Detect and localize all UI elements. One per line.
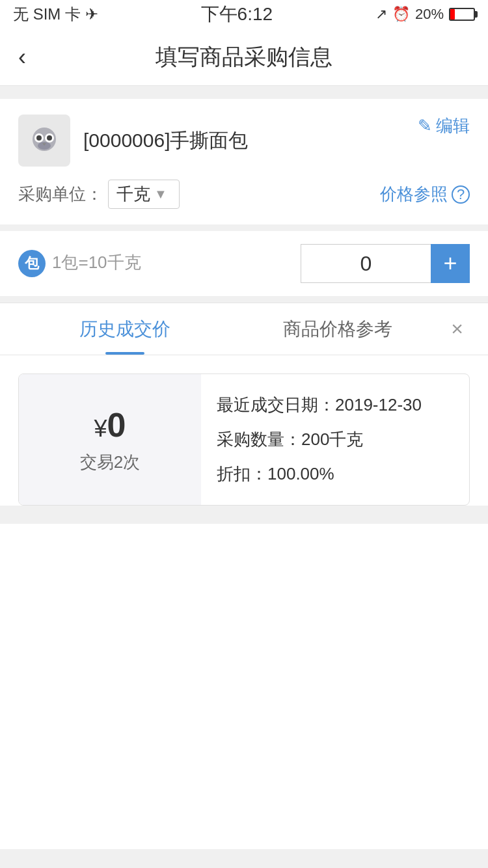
unit-label: 采购单位： xyxy=(18,183,103,206)
discount-value: 100.00% xyxy=(267,464,334,483)
unit-dropdown[interactable]: 千克 ▼ xyxy=(108,180,180,209)
alarm-icon: ⏰ xyxy=(392,6,410,23)
edit-icon: ✎ xyxy=(418,116,432,136)
status-time: 下午6:12 xyxy=(201,2,273,27)
battery-icon xyxy=(449,8,475,21)
battery-percent: 20% xyxy=(415,6,444,23)
product-icon-svg xyxy=(25,121,64,160)
page-title: 填写商品采购信息 xyxy=(156,42,332,72)
discount-row: 折扣：100.00% xyxy=(217,461,454,487)
status-right: ↗ ⏰ 20% xyxy=(375,6,475,23)
currency-symbol: ¥ xyxy=(94,415,107,442)
sim-wifi-label: 无 SIM 卡 ✈ xyxy=(13,4,98,25)
recent-date-label: 最近成交日期： xyxy=(217,395,335,414)
location-icon: ↗ xyxy=(375,6,387,23)
product-thumbnail xyxy=(18,115,70,167)
quantity-input-area: + xyxy=(301,244,470,283)
discount-label: 折扣： xyxy=(217,464,267,483)
recent-date-row: 最近成交日期：2019-12-30 xyxy=(217,392,454,418)
quantity-left: 包 1包=10千克 xyxy=(18,250,141,277)
panel-close-button[interactable]: × xyxy=(444,310,470,347)
bottom-whitespace xyxy=(0,524,488,849)
product-header: [0000006]手撕面包 ✎ 编辑 xyxy=(18,115,470,167)
history-right: 最近成交日期：2019-12-30 采购数量：200千克 折扣：100.00% xyxy=(201,374,469,505)
price-panel: 历史成交价 商品价格参考 × ¥0 交易2次 最近成交日期：2019-12-30… xyxy=(0,303,488,506)
history-card: ¥0 交易2次 最近成交日期：2019-12-30 采购数量：200千克 折扣：… xyxy=(18,373,470,506)
panel-tabs: 历史成交价 商品价格参考 × xyxy=(0,303,488,355)
price-ref-label: 价格参照 xyxy=(380,183,448,206)
unit-value: 千克 xyxy=(116,183,150,206)
history-price: ¥0 xyxy=(94,405,126,444)
price-value: 0 xyxy=(107,406,126,444)
edit-label: 编辑 xyxy=(436,115,470,137)
purchase-quantity-row: 采购数量：200千克 xyxy=(217,427,454,452)
quantity-row: 包 1包=10千克 + xyxy=(0,224,488,296)
edit-button[interactable]: ✎ 编辑 xyxy=(418,115,470,137)
transaction-count: 交易2次 xyxy=(80,451,140,474)
svg-point-3 xyxy=(36,135,42,141)
price-ref-help-icon: ? xyxy=(452,185,470,204)
nav-bar: ‹ 填写商品采购信息 xyxy=(0,29,488,86)
recent-date-value: 2019-12-30 xyxy=(335,395,422,414)
price-reference-button[interactable]: 价格参照 ? xyxy=(380,183,470,206)
product-card: [0000006]手撕面包 ✎ 编辑 采购单位： 千克 ▼ 价格参照 ? xyxy=(0,99,488,224)
quantity-input[interactable] xyxy=(301,244,431,283)
product-left: [0000006]手撕面包 xyxy=(18,115,248,167)
unit-selector-group: 采购单位： 千克 ▼ xyxy=(18,180,180,209)
purchase-quantity-label: 采购数量： xyxy=(217,429,301,449)
quantity-conversion-text: 1包=10千克 xyxy=(52,251,141,274)
history-left: ¥0 交易2次 xyxy=(19,374,201,505)
status-bar: 无 SIM 卡 ✈ 下午6:12 ↗ ⏰ 20% xyxy=(0,0,488,29)
tab-history-price[interactable]: 历史成交价 xyxy=(18,303,232,355)
dropdown-arrow-icon: ▼ xyxy=(154,187,167,202)
status-left: 无 SIM 卡 ✈ xyxy=(13,4,98,25)
purchase-quantity-value: 200千克 xyxy=(301,429,363,449)
product-unit-row: 采购单位： 千克 ▼ 价格参照 ? xyxy=(18,180,470,209)
svg-point-4 xyxy=(47,135,52,141)
quantity-plus-button[interactable]: + xyxy=(431,244,470,283)
back-button[interactable]: ‹ xyxy=(18,44,26,71)
quantity-unit-icon: 包 xyxy=(18,250,46,277)
tab-product-price-ref[interactable]: 商品价格参考 xyxy=(232,303,445,355)
product-name: [0000006]手撕面包 xyxy=(83,128,248,154)
